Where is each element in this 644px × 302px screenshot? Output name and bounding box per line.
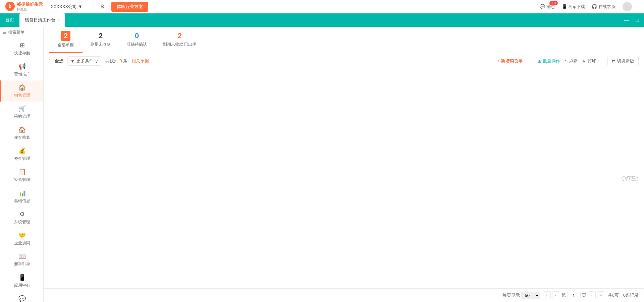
corp-icon: 🤝 — [18, 232, 26, 239]
system-icon: ⚙ — [19, 210, 25, 218]
batch-label: 批量操作 — [543, 58, 560, 64]
basic-icon: 📊 — [18, 189, 26, 197]
sidebar-item-app-center[interactable]: 📱 应用中心 — [0, 270, 43, 292]
pagination-bar: 每页显示 50 100 200 « ‹ 第 页 › » 共0页，0条记录 — [44, 288, 644, 302]
sidebar-item-corp[interactable]: 🤝 企业协同 — [0, 228, 43, 249]
trial-button[interactable]: 体验行业方案 — [111, 2, 148, 12]
prev-page-button[interactable]: ‹ — [552, 291, 560, 299]
sidebar-item-purchase[interactable]: 🛒 采购管理 — [0, 102, 43, 123]
purchase-icon: 🛒 — [18, 105, 26, 112]
toolbar: 全选 ▼ 更多条件 ∨ 共找到 0 条 相关单据 + 新增销货单 ⊞ 批量操作 — [44, 53, 644, 69]
related-label[interactable]: 相关单据 — [131, 58, 149, 64]
operation-icon: 📋 — [18, 168, 26, 176]
inventory-icon: 🏠 — [18, 126, 26, 133]
sidebar-label-inventory: 库存核算 — [14, 135, 30, 140]
sidebar-label-marketing: 营销推广 — [14, 71, 30, 77]
avatar[interactable] — [623, 2, 632, 11]
main-layout: ☰ 搜索菜单 ⊞ 快捷导航 📢 营销推广 🏠 销售管理 🛒 采购管理 🏠 库存核… — [0, 27, 644, 302]
new-order-button[interactable]: + 新增销货单 — [493, 56, 527, 66]
stat-tab-wangwang[interactable]: 0 旺辅待确认 — [119, 27, 155, 53]
search-menu-label: 搜索菜单 — [8, 29, 24, 35]
filter-label: 更多条件 — [76, 58, 94, 64]
sidebar-label-purchase: 采购管理 — [14, 114, 30, 119]
sidebar-label-system: 系统管理 — [14, 219, 30, 225]
print-button[interactable]: 🖨 打印 — [582, 58, 596, 64]
tab-bar: 首页 钱货日清工作台 × — □ — [0, 13, 644, 27]
main-content: 2 全部单据 2 到期未收款 0 旺辅待确认 2 到期未收款 已出库 全选 — [44, 27, 644, 302]
stat-num-overdue: 2 — [99, 32, 103, 40]
sidebar-label-quick-nav: 快捷导航 — [14, 50, 30, 56]
app-download-button[interactable]: 📱 App下载 — [562, 4, 585, 10]
stat-tab-all[interactable]: 2 全部单据 — [49, 27, 83, 53]
found-count: 0 — [120, 58, 122, 63]
sidebar-label-basic: 基础信息 — [14, 198, 30, 204]
sidebar-label-operation: 经营管理 — [14, 177, 30, 183]
sidebar-label-fund: 资金管理 — [14, 156, 30, 162]
company-selector[interactable]: XXXXXX公司 ▼ — [47, 2, 94, 11]
select-all-checkbox[interactable]: 全选 — [49, 58, 63, 64]
stat-num-overdue-out: 2 — [178, 32, 182, 40]
tab-home[interactable]: 首页 — [0, 13, 19, 27]
found-text: 共找到 0 条 — [105, 58, 127, 64]
print-icon: 🖨 — [582, 59, 586, 64]
top-header: b 畅捷通好生意 标准版 XXXXXX公司 ▼ ⚙ 体验行业方案 💬 消息 99… — [0, 0, 644, 13]
sidebar-item-fund[interactable]: 💰 资金管理 — [0, 144, 43, 165]
sidebar-item-marketing[interactable]: 📢 营销推广 — [0, 59, 43, 80]
tab-close-icon[interactable]: × — [57, 18, 60, 22]
per-page-select[interactable]: 50 100 200 — [521, 292, 540, 299]
sidebar-item-basic[interactable]: 📊 基础信息 — [0, 186, 43, 207]
select-all-label: 全选 — [55, 58, 63, 64]
online-service-label: 在线客服 — [598, 4, 616, 10]
sidebar-item-operation[interactable]: 📋 经营管理 — [0, 165, 43, 186]
sidebar-item-guide[interactable]: 📖 新手引导 — [0, 249, 43, 270]
first-page-button[interactable]: « — [543, 291, 551, 299]
sidebar-label-sales: 销售管理 — [14, 93, 30, 98]
stat-tab-overdue-out[interactable]: 2 到期未收款 已出库 — [155, 27, 204, 53]
promo-icon: 📢 — [18, 63, 26, 70]
settings-button[interactable]: ⚙ — [98, 2, 107, 11]
home-tab-label: 首页 — [5, 17, 14, 23]
fund-icon: 💰 — [18, 147, 26, 155]
app-center-icon: 📱 — [18, 274, 26, 281]
page-input[interactable] — [567, 292, 581, 299]
batch-icon: ⊞ — [538, 59, 541, 64]
refresh-button[interactable]: ↻ 刷新 — [564, 58, 578, 64]
stat-tab-overdue[interactable]: 2 到期未收款 — [83, 27, 119, 53]
tab-minimize-button[interactable]: — — [623, 16, 631, 24]
logo-sub-text: 标准版 — [17, 7, 43, 11]
message-button[interactable]: 💬 消息 99+ — [540, 4, 555, 10]
filter-button[interactable]: ▼ 更多条件 ∨ — [67, 56, 101, 66]
found-prefix: 共找到 — [105, 58, 118, 63]
message-badge: 99+ — [549, 1, 558, 5]
table-area: OfTEn — [44, 69, 644, 288]
chevron-filter-icon: ∨ — [95, 59, 98, 64]
sidebar-item-quick-nav[interactable]: ⊞ 快捷导航 — [0, 38, 43, 59]
filter-icon: ▼ — [70, 59, 75, 64]
page-size-selector: 每页显示 50 100 200 — [502, 292, 540, 299]
sidebar-search[interactable]: ☰ 搜索菜单 — [0, 27, 43, 38]
stat-label-overdue: 到期未收款 — [91, 42, 111, 47]
divider2 — [602, 58, 602, 64]
tab-bar-actions: — □ — [623, 16, 644, 24]
print-label: 打印 — [588, 58, 596, 64]
sidebar-item-system[interactable]: ⚙ 系统管理 — [0, 207, 43, 228]
tab-maximize-button[interactable]: □ — [633, 16, 641, 24]
switch-new-button[interactable]: ⇄ 切换新版 — [607, 56, 639, 66]
stat-label-overdue-out: 到期未收款 已出库 — [163, 42, 196, 47]
switch-label: 切换新版 — [617, 58, 634, 64]
nav-icon: ⊞ — [20, 42, 25, 49]
select-all-input[interactable] — [49, 59, 53, 63]
last-page-button[interactable]: » — [597, 291, 605, 299]
next-page-button[interactable]: › — [588, 291, 596, 299]
tab-active[interactable]: 钱货日清工作台 × — [19, 13, 65, 27]
batch-button[interactable]: ⊞ 批量操作 — [538, 58, 560, 64]
sidebar-item-inventory[interactable]: 🏠 库存核算 — [0, 123, 43, 144]
total-label: 共0页，0条记录 — [608, 292, 639, 298]
refresh-label: 刷新 — [569, 58, 578, 64]
active-tab-label: 钱货日清工作台 — [25, 17, 55, 23]
sidebar-item-wechat[interactable]: 💬 企业微信 — [0, 292, 43, 302]
sidebar-item-sales[interactable]: 🏠 销售管理 — [0, 80, 43, 102]
stat-num-all: 2 — [61, 31, 70, 41]
online-service-button[interactable]: 🎧 在线客服 — [592, 4, 616, 10]
refresh-icon: ↻ — [564, 59, 568, 64]
